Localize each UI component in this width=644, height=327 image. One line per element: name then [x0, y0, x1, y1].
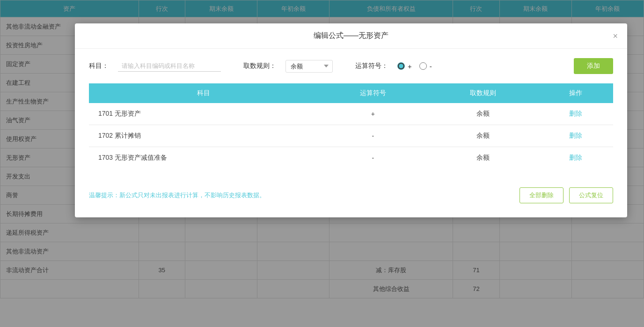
modal-title: 编辑公式——无形资产	[314, 31, 388, 41]
formula-action-0[interactable]: 删除	[538, 103, 613, 125]
rule-label: 取数规则：	[243, 62, 276, 70]
formula-table-header-row: 科目 运算符号 取数规则 操作	[89, 83, 613, 103]
operator-minus-radio[interactable]: -	[419, 62, 432, 70]
delete-link-2[interactable]: 删除	[569, 154, 582, 161]
rule-select[interactable]: 余额 借方发生额 贷方发生额 期初余额	[285, 60, 333, 73]
operator-minus-input[interactable]	[419, 62, 427, 70]
col-header-subject: 科目	[89, 83, 318, 103]
modal-close-button[interactable]: ×	[613, 32, 618, 40]
formula-operator-0: +	[318, 103, 428, 125]
formula-operator-2: -	[318, 147, 428, 169]
col-header-operator: 运算符号	[318, 83, 428, 103]
operator-minus-label: -	[430, 62, 432, 70]
operator-label: 运算符号：	[355, 62, 388, 70]
operator-plus-radio[interactable]: +	[397, 62, 412, 70]
edit-formula-modal: 编辑公式——无形资产 × 科目： 取数规则： 余额 借方发生额 贷方发生额 期初…	[75, 23, 627, 217]
formula-action-2[interactable]: 删除	[538, 147, 613, 169]
formula-subject-2: 1703 无形资产减值准备	[89, 147, 318, 169]
subject-label: 科目：	[89, 62, 109, 70]
formula-rule-2: 余额	[428, 147, 538, 169]
modal-header: 编辑公式——无形资产 ×	[75, 23, 627, 49]
add-button[interactable]: 添加	[574, 58, 613, 74]
delete-link-0[interactable]: 删除	[569, 110, 582, 117]
formula-row-1: 1702 累计摊销 - 余额 删除	[89, 125, 613, 147]
formula-table-wrapper: 科目 运算符号 取数规则 操作 1701 无形资产 + 余额 删除 1702 累…	[89, 83, 613, 169]
footer-hint: 温馨提示：新公式只对未出报表进行计算，不影响历史报表数据。	[89, 191, 265, 200]
formula-rule-1: 余额	[428, 125, 538, 147]
formula-subject-0: 1701 无形资产	[89, 103, 318, 125]
operator-plus-input[interactable]	[397, 62, 405, 70]
reset-formula-button[interactable]: 公式复位	[569, 187, 613, 203]
delete-all-button[interactable]: 全部删除	[520, 187, 564, 203]
formula-operator-1: -	[318, 125, 428, 147]
formula-form: 科目： 取数规则： 余额 借方发生额 贷方发生额 期初余额 运算符号： + - …	[75, 49, 627, 83]
formula-action-1[interactable]: 删除	[538, 125, 613, 147]
formula-rule-0: 余额	[428, 103, 538, 125]
operator-plus-label: +	[408, 62, 412, 70]
formula-subject-1: 1702 累计摊销	[89, 125, 318, 147]
col-header-rule: 取数规则	[428, 83, 538, 103]
operator-radio-group: + -	[397, 62, 432, 70]
subject-input[interactable]	[118, 60, 221, 72]
delete-link-1[interactable]: 删除	[569, 132, 582, 139]
formula-table: 科目 运算符号 取数规则 操作 1701 无形资产 + 余额 删除 1702 累…	[89, 83, 613, 169]
modal-footer: 温馨提示：新公式只对未出报表进行计算，不影响历史报表数据。 全部删除 公式复位	[75, 178, 627, 203]
footer-buttons: 全部删除 公式复位	[520, 187, 613, 203]
formula-row-0: 1701 无形资产 + 余额 删除	[89, 103, 613, 125]
formula-row-2: 1703 无形资产减值准备 - 余额 删除	[89, 147, 613, 169]
col-header-action: 操作	[538, 83, 613, 103]
